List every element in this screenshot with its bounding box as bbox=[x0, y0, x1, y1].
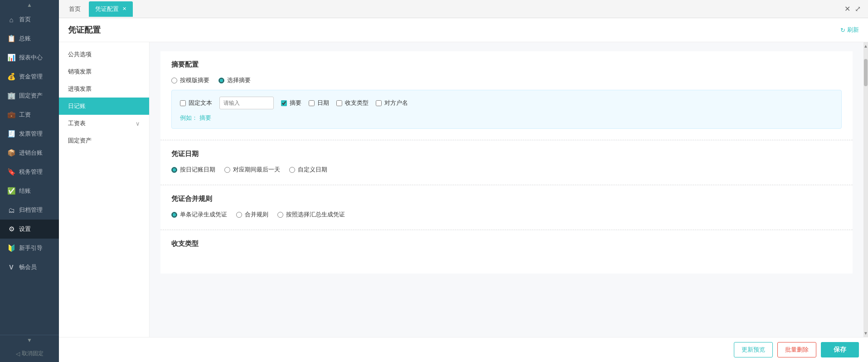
checkbox-date[interactable]: 日期 bbox=[309, 99, 329, 107]
tab-close-icon[interactable]: ✕ bbox=[122, 6, 126, 12]
date-option-last-day[interactable]: 对应期间最后一天 bbox=[224, 166, 280, 174]
sidebar-item-archive[interactable]: 🗂 归档管理 bbox=[0, 201, 59, 220]
window-controls: ✕ ⤢ bbox=[844, 5, 864, 13]
save-button[interactable]: 保存 bbox=[821, 342, 859, 357]
home-icon: ⌂ bbox=[7, 16, 15, 24]
section-payment-type: 收支类型 bbox=[160, 230, 853, 274]
pin-icon: ◁ bbox=[16, 351, 20, 357]
merge-rule-title: 凭证合并规则 bbox=[171, 195, 842, 203]
batch-delete-button[interactable]: 批量删除 bbox=[777, 342, 816, 357]
checkbox-counterparty[interactable]: 对方户名 bbox=[376, 99, 408, 107]
payment-type-label: 收支类型 bbox=[345, 99, 369, 107]
merge-option-merge[interactable]: 合并规则 bbox=[236, 210, 268, 219]
date-last-day-label: 对应期间最后一天 bbox=[233, 166, 280, 174]
sidebar-scroll-down[interactable]: ▼ bbox=[0, 335, 59, 345]
refresh-button[interactable]: ↻ 刷新 bbox=[840, 26, 859, 34]
summary-mode-select-radio[interactable] bbox=[218, 78, 224, 83]
merge-merge-radio[interactable] bbox=[236, 212, 242, 218]
summary-config-box: 固定文本 摘要 日期 收支类型 bbox=[171, 90, 842, 129]
voucher-date-row: 按日记账日期 对应期间最后一天 自定义日期 bbox=[171, 166, 842, 174]
scrollbar-thumb[interactable] bbox=[864, 59, 868, 86]
sidebar-item-reports[interactable]: 📊 报表中心 bbox=[0, 48, 59, 67]
section-voucher-date: 凭证日期 按日记账日期 对应期间最后一天 自定义日期 bbox=[160, 141, 853, 185]
sidebar-item-invoice-mgmt[interactable]: 🧾 发票管理 bbox=[0, 124, 59, 143]
example-label: 例如： bbox=[180, 114, 198, 121]
sidebar-item-tax[interactable]: 🔖 税务管理 bbox=[0, 162, 59, 181]
summary-mode-template-label: 按模版摘要 bbox=[180, 76, 209, 84]
summary-mode-template-radio[interactable] bbox=[171, 78, 177, 83]
sidebar-label-invoice-mgmt: 发票管理 bbox=[19, 130, 43, 138]
sidebar-item-settings[interactable]: ⚙ 设置 bbox=[0, 220, 59, 239]
sidebar-item-assets[interactable]: 🏢 固定资产 bbox=[0, 86, 59, 105]
summary-mode-row: 按模版摘要 选择摘要 bbox=[171, 76, 842, 84]
summary-mode-select-label: 选择摘要 bbox=[227, 76, 251, 84]
sidebar-item-vip[interactable]: V 畅会员 bbox=[0, 258, 59, 277]
checkbox-fixed-text[interactable]: 固定文本 bbox=[180, 99, 212, 107]
sidebar-scroll-up[interactable]: ▲ bbox=[0, 0, 59, 10]
settings-icon: ⚙ bbox=[7, 225, 15, 233]
date-custom-label: 自定义日期 bbox=[298, 166, 327, 174]
reports-icon: 📊 bbox=[7, 54, 15, 62]
sidebar-item-home[interactable]: ⌂ 首页 bbox=[0, 10, 59, 29]
date-option-journal[interactable]: 按日记账日期 bbox=[171, 166, 215, 174]
summary-mode-template[interactable]: 按模版摘要 bbox=[171, 76, 209, 84]
vip-icon: V bbox=[7, 264, 15, 271]
counterparty-label: 对方户名 bbox=[384, 99, 408, 107]
sidebar: ▲ ⌂ 首页 📋 总账 📊 报表中心 💰 资金管理 🏢 固定资产 💼 工资 🧾 … bbox=[0, 0, 59, 362]
sidebar-item-purchase-sales[interactable]: 📦 进销台账 bbox=[0, 143, 59, 162]
payment-type-checkbox[interactable] bbox=[336, 100, 342, 106]
maximize-window-icon[interactable]: ⤢ bbox=[855, 5, 861, 13]
checkbox-summary[interactable]: 摘要 bbox=[281, 99, 301, 107]
left-nav-payroll-table[interactable]: 工资表 ∨ bbox=[59, 115, 149, 132]
sidebar-label-guide: 新手引导 bbox=[19, 244, 43, 252]
date-option-custom[interactable]: 自定义日期 bbox=[289, 166, 327, 174]
left-nav-sales-invoice[interactable]: 销项发票 bbox=[59, 63, 149, 80]
page-title: 凭证配置 bbox=[68, 24, 101, 35]
sidebar-item-funds[interactable]: 💰 资金管理 bbox=[0, 67, 59, 86]
tab-home[interactable]: 首页 bbox=[63, 1, 87, 17]
scroll-down-arrow[interactable]: ▼ bbox=[863, 329, 868, 337]
scroll-up-arrow[interactable]: ▲ bbox=[863, 42, 868, 50]
date-last-day-radio[interactable] bbox=[224, 167, 230, 173]
merge-select-merge-radio[interactable] bbox=[277, 212, 283, 218]
payroll-table-arrow-icon: ∨ bbox=[136, 120, 140, 127]
content-area: 公共选项 销项发票 进项发票 日记账 工资表 ∨ 固定资产 摘要配置 bbox=[59, 42, 868, 337]
merge-option-single[interactable]: 单条记录生成凭证 bbox=[171, 210, 227, 219]
checkbox-payment-type[interactable]: 收支类型 bbox=[336, 99, 369, 107]
summary-checkbox[interactable] bbox=[281, 100, 287, 106]
merge-select-merge-label: 按照选择汇总生成凭证 bbox=[286, 210, 345, 219]
sidebar-item-guide[interactable]: 🔰 新手引导 bbox=[0, 239, 59, 258]
merge-single-label: 单条记录生成凭证 bbox=[180, 210, 227, 219]
sidebar-item-ledger[interactable]: 📋 总账 bbox=[0, 29, 59, 48]
cancel-fix-button[interactable]: ◁ 取消固定 bbox=[0, 345, 59, 362]
date-journal-radio[interactable] bbox=[171, 167, 177, 173]
counterparty-checkbox[interactable] bbox=[376, 100, 382, 106]
right-panel: 摘要配置 按模版摘要 选择摘要 固定文本 bbox=[150, 42, 863, 337]
left-nav: 公共选项 销项发票 进项发票 日记账 工资表 ∨ 固定资产 bbox=[59, 42, 150, 337]
ledger-icon: 📋 bbox=[7, 34, 15, 43]
date-custom-radio[interactable] bbox=[289, 167, 295, 173]
tab-voucher-config[interactable]: 凭证配置 ✕ bbox=[89, 1, 133, 17]
close-window-icon[interactable]: ✕ bbox=[844, 5, 850, 13]
guide-icon: 🔰 bbox=[7, 244, 15, 252]
fixed-text-checkbox[interactable] bbox=[180, 100, 186, 106]
left-nav-payroll-table-label: 工资表 bbox=[68, 119, 86, 127]
fixed-text-input[interactable] bbox=[219, 97, 274, 109]
merge-single-radio[interactable] bbox=[171, 212, 177, 218]
left-nav-public[interactable]: 公共选项 bbox=[59, 46, 149, 63]
left-nav-journal-label: 日记账 bbox=[68, 102, 86, 110]
left-nav-purchase-invoice[interactable]: 进项发票 bbox=[59, 80, 149, 98]
date-checkbox[interactable] bbox=[309, 100, 315, 106]
invoice-mgmt-icon: 🧾 bbox=[7, 130, 15, 138]
left-nav-journal[interactable]: 日记账 bbox=[59, 98, 149, 115]
settlement-icon: ✅ bbox=[7, 187, 15, 195]
update-preview-button[interactable]: 更新预览 bbox=[734, 342, 773, 357]
summary-mode-select[interactable]: 选择摘要 bbox=[218, 76, 251, 84]
fixed-text-label: 固定文本 bbox=[189, 99, 212, 107]
summary-section-title: 摘要配置 bbox=[171, 60, 842, 69]
sidebar-item-settlement[interactable]: ✅ 结账 bbox=[0, 181, 59, 201]
merge-option-select-merge[interactable]: 按照选择汇总生成凭证 bbox=[277, 210, 345, 219]
left-nav-fixed-assets[interactable]: 固定资产 bbox=[59, 132, 149, 149]
sidebar-item-payroll[interactable]: 💼 工资 bbox=[0, 105, 59, 124]
left-nav-purchase-invoice-label: 进项发票 bbox=[68, 85, 92, 93]
